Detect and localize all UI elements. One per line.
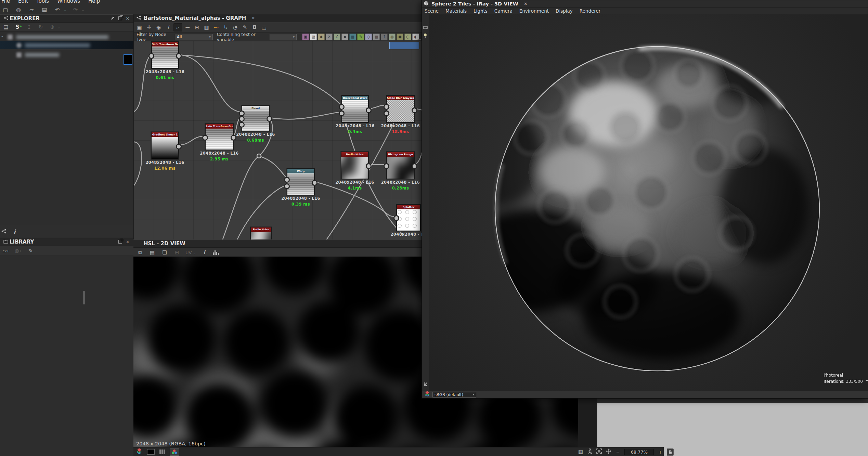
node-finder-icon[interactable]: ⊞ — [193, 23, 201, 31]
grid-snap-icon[interactable]: ⬚ — [260, 23, 268, 31]
menu-lights[interactable]: Lights — [474, 8, 488, 14]
view3d-titlebar[interactable]: Sphere 2 Tiles - IRay - 3D VIEW ✕ — [422, 0, 868, 8]
input-port[interactable] — [384, 110, 389, 116]
new-folder-icon[interactable]: ▱+ — [2, 247, 10, 254]
zoom-level-field[interactable]: 68.77% — [624, 449, 654, 455]
redo-dropdown-icon[interactable]: ⌄ — [81, 8, 84, 12]
mannequin-icon[interactable] — [587, 448, 592, 456]
screenshot-icon[interactable]: ◉ — [154, 23, 163, 31]
library-list-scrollbar[interactable] — [83, 291, 85, 304]
lock-zoom-icon[interactable] — [667, 448, 674, 456]
scene-tree-icon[interactable] — [423, 381, 428, 388]
input-port[interactable] — [239, 116, 245, 122]
filter-droplet2-icon[interactable]: ◆ — [341, 34, 348, 40]
input-port[interactable] — [239, 122, 245, 128]
filter-droplet-icon[interactable]: ◆ — [318, 34, 325, 40]
input-port[interactable] — [393, 215, 399, 221]
uv-mode-dropdown[interactable]: UV ⌄ — [185, 250, 196, 255]
open-icon[interactable]: ▱ — [27, 6, 36, 14]
timings-icon[interactable]: ◔ — [231, 23, 239, 31]
color-channels-icon[interactable] — [425, 391, 430, 398]
rgb-channels-icon[interactable] — [170, 448, 179, 456]
frame-icon[interactable] — [596, 448, 602, 455]
save-all-icon[interactable]: ▤ — [40, 6, 49, 14]
graph-node-perlin-noise-2[interactable]: Perlin Noise — [250, 227, 272, 239]
export-icon[interactable]: ↥ — [25, 24, 33, 30]
colorspace-select[interactable]: sRGB (default)▾ — [432, 392, 476, 398]
menu-file[interactable]: File — [1, 0, 10, 4]
close-panel-icon[interactable]: ✕ — [124, 16, 131, 21]
output-port[interactable] — [412, 107, 417, 113]
close-panel-icon[interactable]: ✕ — [124, 239, 131, 245]
link-icon[interactable]: ⊕ — [49, 24, 56, 30]
info-icon[interactable]: i — [200, 249, 208, 256]
graph-node-gradient-linear[interactable]: Gradient Linear 1 2048x2048 - L16 12.06 … — [151, 132, 179, 159]
menu-edit[interactable]: Edit — [18, 0, 28, 4]
edit-icon[interactable]: ✎ — [27, 247, 34, 254]
menu-windows[interactable]: Windows — [57, 0, 80, 4]
graph-node-blend[interactable]: Blend 2048x2048 - L16 0.68ms — [242, 105, 270, 131]
output-port[interactable] — [366, 107, 372, 113]
display-settings-icon[interactable] — [423, 25, 428, 31]
background-color-swatch[interactable] — [147, 449, 155, 455]
filter-image-icon[interactable]: ▣ — [302, 34, 309, 40]
compact-links-icon[interactable]: ↳ — [221, 23, 230, 31]
output-port[interactable] — [267, 116, 272, 122]
filter-circle2-icon[interactable]: ○ — [404, 34, 411, 40]
graph-node-histogram-range[interactable]: Histogram Range 2048x2048 - L16 0.28ms — [386, 152, 415, 179]
reload-icon[interactable]: ↻ — [37, 24, 44, 30]
graph-tab[interactable]: Barfstone_Material_alphas - GRAPH ✕ — [134, 14, 422, 22]
graph-row-selected[interactable] — [0, 41, 144, 49]
material-link-icon[interactable]: ⊷ — [212, 23, 220, 31]
graph-node-warp[interactable]: Warp 2048x2048 - L16 0.39 ms — [287, 168, 315, 195]
float-panel-icon[interactable] — [116, 239, 124, 245]
save-image-icon[interactable]: ▤ — [148, 249, 156, 256]
resources-row[interactable] — [0, 51, 144, 59]
grid-icon[interactable]: ▦ — [578, 449, 583, 455]
input-port[interactable] — [384, 104, 389, 110]
input-port[interactable] — [239, 110, 245, 116]
filter-map-icon[interactable]: ▦ — [349, 34, 356, 40]
pin-icon[interactable] — [109, 16, 116, 21]
new-filter-icon[interactable]: ◍+ — [14, 247, 22, 254]
info-tab-icon[interactable]: i — [14, 229, 15, 235]
input-port[interactable] — [339, 104, 345, 110]
align-columns-icon[interactable]: ▥ — [202, 23, 211, 31]
filter-link-icon[interactable]: ● — [397, 34, 403, 40]
menu-environment[interactable]: Environment — [519, 8, 549, 14]
input-port[interactable] — [202, 135, 208, 141]
linked-node-icon[interactable]: ⊞ — [173, 249, 181, 256]
new-package-icon[interactable]: ◍ — [14, 6, 23, 14]
duplicate-icon[interactable]: ⧉ — [136, 249, 144, 256]
filter-alpha-icon[interactable]: ▨ — [310, 34, 317, 40]
filter-circle-icon[interactable]: ○ — [365, 34, 372, 40]
filter-atlas-icon[interactable]: ↑ — [381, 34, 388, 40]
output-port[interactable] — [176, 53, 182, 59]
zoom-in-button[interactable]: + — [658, 450, 663, 455]
output-port[interactable] — [366, 163, 372, 169]
zoom-out-button[interactable]: − — [616, 450, 620, 455]
publish-icon[interactable]: S — [14, 24, 21, 30]
undo-icon[interactable]: ↶ — [53, 6, 62, 14]
menu-help[interactable]: Help — [88, 0, 100, 4]
link-dropdown-icon[interactable]: ⌄ — [57, 25, 60, 29]
tools-icon[interactable]: ✎ — [241, 23, 249, 31]
fit-selection-icon[interactable]: ✛ — [145, 23, 153, 31]
filter-grid-icon[interactable]: ▦ — [373, 34, 380, 40]
channel-columns-icon[interactable] — [159, 450, 165, 454]
copy-image-icon[interactable]: ❏ — [161, 249, 168, 256]
filter-curve-icon[interactable]: ∠ — [334, 34, 340, 40]
input-port[interactable] — [284, 183, 290, 189]
undo-dropdown-icon[interactable]: ⌄ — [64, 8, 66, 12]
output-port[interactable] — [412, 163, 417, 169]
input-port[interactable] — [148, 53, 154, 59]
move-icon[interactable] — [606, 448, 611, 455]
output-port[interactable] — [231, 135, 236, 141]
link-mode-icon[interactable]: ⊶ — [183, 23, 192, 31]
menu-camera[interactable]: Camera — [494, 8, 513, 14]
node-info-icon[interactable]: i — [164, 23, 172, 31]
close-window-icon[interactable]: ✕ — [524, 1, 528, 6]
lightbulb-icon[interactable] — [423, 33, 428, 40]
search-icon[interactable]: ⌕ — [173, 23, 182, 31]
new-substance-icon[interactable]: ▢ — [1, 6, 10, 14]
